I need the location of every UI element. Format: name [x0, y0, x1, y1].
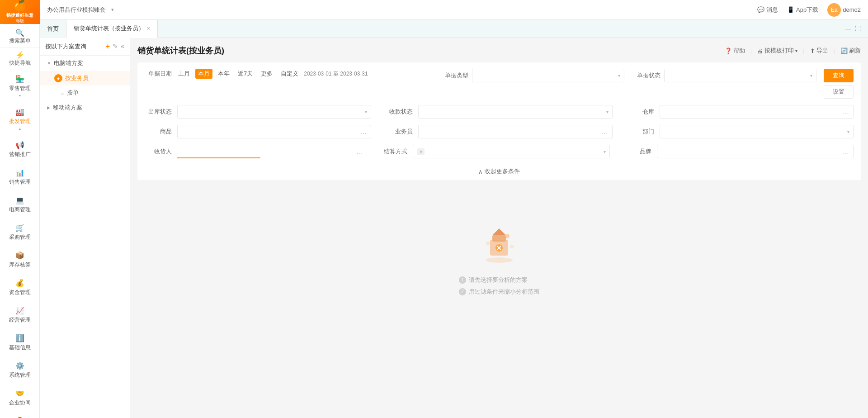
- topbar-app-download[interactable]: 📱 App下载: [787, 6, 818, 14]
- print-icon: 🖨: [757, 48, 763, 54]
- sidebar-item-collab[interactable]: 🤝 企业协同: [0, 384, 39, 411]
- topbar-dropdown-icon[interactable]: ▾: [111, 7, 114, 13]
- settle-arrow-icon: ▾: [604, 149, 606, 154]
- date-btn-thisyear[interactable]: 本年: [215, 69, 232, 79]
- left-panel-header-label: 按以下方案查询: [45, 43, 86, 51]
- date-btn-custom[interactable]: 自定义: [278, 69, 301, 79]
- sep3: |: [834, 48, 835, 54]
- tab-home[interactable]: 首页: [40, 20, 66, 38]
- date-btn-thismonth[interactable]: 本月: [195, 69, 212, 79]
- sidebar-item-collab-label: 企业协同: [9, 399, 31, 407]
- staff-select[interactable]: …: [418, 125, 612, 138]
- refresh-action[interactable]: 🔄 刷新: [840, 47, 861, 55]
- collapse-scheme-icon[interactable]: «: [121, 43, 124, 51]
- tree-child-by-order[interactable]: ≡ 按单: [40, 86, 130, 100]
- staff-label: 业务员: [386, 128, 413, 136]
- wholesale-icon: 🏭: [15, 108, 24, 116]
- type-select[interactable]: ▾: [472, 69, 624, 82]
- goods-select[interactable]: …: [177, 125, 371, 138]
- sidebar-quicknav[interactable]: ⚡ 快捷导航: [0, 48, 39, 69]
- sidebar-item-ecommerce[interactable]: 💻 电商管理: [0, 190, 39, 218]
- sales-icon: 📊: [15, 168, 24, 177]
- marketing-icon: 📢: [15, 141, 24, 149]
- sidebar-item-retail[interactable]: 🏪 零售管理 ▾: [0, 69, 39, 102]
- help-action[interactable]: ❓ 帮助: [725, 47, 745, 55]
- sidebar-item-wholesale[interactable]: 🏭 批发管理 ▴: [0, 102, 39, 135]
- tree-child-staff-label: 按业务员: [65, 74, 89, 82]
- logo-sub: 标版: [16, 18, 24, 24]
- sidebar-item-basic[interactable]: ℹ️ 基础信息: [0, 328, 39, 356]
- tree-mobile-scheme-label: 移动端方案: [53, 104, 82, 112]
- sidebar-item-operation[interactable]: 📈 经营管理: [0, 301, 39, 328]
- payment-select[interactable]: ▾: [418, 105, 612, 119]
- sidebar-item-retail-label: 零售管理: [9, 85, 31, 92]
- topbar-username: demo2: [843, 6, 861, 13]
- filter-row-2: 出库状态 ▾ 收款状态 ▾ 仓库 …: [145, 105, 854, 119]
- date-range-text: 2023-03-01 至 2023-03-31: [304, 70, 368, 78]
- sidebar-item-system-label: 系统管理: [9, 371, 31, 379]
- settle-select[interactable]: × ▾: [413, 145, 609, 158]
- dept-arrow-icon: ▾: [847, 129, 849, 134]
- receiver-dots[interactable]: …: [356, 148, 362, 155]
- settings-button[interactable]: 设置: [824, 85, 854, 99]
- system-icon: ⚙️: [15, 361, 24, 370]
- collapse-icon: ∧: [478, 168, 483, 175]
- refresh-icon: 🔄: [840, 48, 848, 54]
- logo-icon: 🍊: [14, 0, 26, 12]
- out-status-arrow-icon: ▾: [365, 109, 367, 114]
- left-panel-header: 按以下方案查询 + ✎ «: [40, 38, 130, 56]
- sidebar-item-guide[interactable]: 🎯 新手引导: [0, 411, 39, 418]
- svg-point-7: [505, 234, 509, 238]
- print-action[interactable]: 🖨 按模板打印 ▾: [757, 47, 797, 55]
- warehouse-select[interactable]: …: [660, 105, 854, 119]
- status-select[interactable]: ▾: [664, 69, 816, 82]
- tree-mobile-scheme[interactable]: ▶ 移动端方案: [40, 100, 130, 115]
- logo-text: 畅捷通好生意: [6, 13, 33, 18]
- topbar-user[interactable]: Ea demo2: [827, 3, 861, 17]
- tree-pc-scheme[interactable]: ▼ 电脑端方案: [40, 56, 130, 71]
- basic-icon: ℹ️: [15, 334, 24, 342]
- wholesale-arrow-icon: ▴: [19, 127, 21, 131]
- date-btn-more[interactable]: 更多: [258, 69, 275, 79]
- receiver-input[interactable]: [177, 145, 260, 158]
- app-logo: 🍊 畅捷通好生意 标版: [0, 0, 40, 24]
- sidebar-item-system[interactable]: ⚙️ 系统管理: [0, 356, 39, 384]
- collapse-button[interactable]: ∧ 收起更多条件: [478, 167, 520, 176]
- settle-clear-icon[interactable]: ×: [420, 149, 422, 154]
- tree-child-by-staff[interactable]: ● 按业务员: [40, 71, 130, 86]
- edit-scheme-icon[interactable]: ✎: [113, 43, 118, 51]
- receiver-label: 收货人: [145, 147, 172, 156]
- purchase-icon: 🛒: [15, 223, 24, 232]
- goods-label: 商品: [145, 128, 172, 136]
- status-label: 单据状态: [633, 71, 660, 80]
- tree-mobile-expand-icon: ▶: [47, 105, 50, 110]
- date-btn-7days[interactable]: 近7天: [235, 69, 255, 79]
- tree-child-staff-icon: ●: [54, 74, 62, 82]
- dept-label: 部门: [627, 128, 654, 136]
- tree-child-order-icon: ≡: [61, 90, 64, 96]
- add-scheme-icon[interactable]: +: [106, 43, 110, 51]
- sidebar-item-marketing[interactable]: 📢 营销推广: [0, 135, 39, 163]
- sidebar-item-purchase[interactable]: 🛒 采购管理: [0, 218, 39, 246]
- tab-minimize-icon[interactable]: —: [845, 25, 851, 32]
- empty-tips: 1 请先选择要分析的方案 2 用过滤条件来缩小分析范围: [459, 274, 539, 298]
- out-status-select[interactable]: ▾: [177, 105, 371, 119]
- warehouse-dots: …: [843, 108, 849, 115]
- dept-select[interactable]: ▾: [660, 125, 854, 138]
- sidebar-item-sales[interactable]: 📊 销售管理: [0, 163, 39, 190]
- sidebar-item-purchase-label: 采购管理: [9, 233, 31, 241]
- tab-fullscreen-icon[interactable]: ⛶: [855, 25, 861, 32]
- settle-clear-tag[interactable]: ×: [417, 148, 424, 155]
- date-btn-lastmonth[interactable]: 上月: [175, 69, 193, 79]
- left-panel-icons: + ✎ «: [106, 43, 124, 51]
- sidebar-search[interactable]: 🔍 搜索菜单: [0, 24, 39, 48]
- export-action[interactable]: ⬆ 导出: [810, 47, 828, 55]
- tab-salesreport[interactable]: 销货单统计表（按业务员） ×: [66, 20, 158, 38]
- query-button[interactable]: 查询: [824, 69, 854, 82]
- sidebar-item-inventory[interactable]: 📦 库存核算: [0, 246, 39, 273]
- tab-close-icon[interactable]: ×: [147, 25, 150, 32]
- sidebar-item-finance[interactable]: 💰 资金管理: [0, 273, 39, 301]
- tab-salesreport-label: 销货单统计表（按业务员）: [74, 24, 144, 33]
- topbar-message[interactable]: 💬 消息: [757, 6, 778, 14]
- brand-select[interactable]: …: [657, 145, 854, 158]
